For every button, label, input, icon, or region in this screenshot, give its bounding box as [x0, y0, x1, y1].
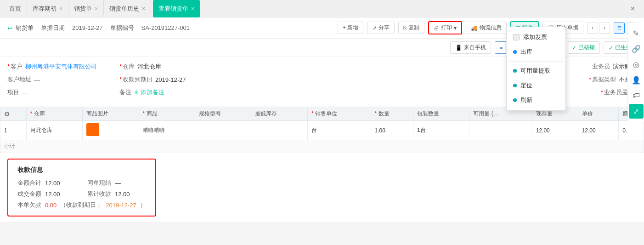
- amount-total-row: 金额合计 12.00: [17, 179, 76, 187]
- ticket-type-label: 票据类型: [589, 75, 616, 84]
- cumulative-received-row: 累计收款 12.00: [87, 190, 146, 198]
- th-unit-price: 单价: [578, 107, 619, 121]
- warehouse-value: 河北仓库: [137, 63, 161, 71]
- available-qty-dot: [513, 69, 517, 73]
- td-available: [469, 121, 532, 140]
- effective-check-icon: ✓: [609, 45, 613, 51]
- tab-inventory-init[interactable]: 库存期初 ×: [27, 0, 68, 17]
- add-note-button[interactable]: ⊕ 添加备注: [134, 88, 164, 97]
- no-value: SA-20191227-001: [141, 24, 190, 31]
- tab-check-sales[interactable]: 查看销货单 ×: [153, 0, 200, 17]
- warehouse-field: 仓库 河北仓库: [119, 63, 220, 71]
- locate-dot: [513, 84, 517, 87]
- transaction-amount-row: 成交金额 12.00: [17, 190, 76, 198]
- td-amount: 0.: [619, 121, 644, 140]
- payment-date-label: 收款到期日: [119, 75, 153, 84]
- td-quantity: 1.00: [371, 121, 413, 140]
- balance-due-row: 本单欠款 0.00 （收款到期日： 2019-12-27 ）: [17, 201, 146, 209]
- dropdown-available-qty[interactable]: 可用量提取: [507, 63, 565, 78]
- payment-title: 收款信息: [17, 166, 146, 174]
- same-order-row: 同单现结 —: [87, 179, 146, 187]
- from-phone-button[interactable]: 📱 来自手机: [450, 41, 491, 54]
- th-warehouse: * 仓库: [26, 107, 82, 121]
- doc-meta: 单据日期 2019-12-27 单据编号 SA-20191227-001: [41, 24, 190, 32]
- customer-value[interactable]: 柳州粤港平安气体有限公司: [25, 63, 97, 71]
- td-row-num: 1: [0, 121, 27, 140]
- table-row: 1 河北仓库 嘻嘻嘻嘻 台 1.00 1台 12.00 12.00 0.: [0, 121, 644, 140]
- subtotal-row: 小计: [0, 140, 644, 153]
- dropdown-refresh[interactable]: 刷新: [507, 93, 565, 108]
- payment-grid: 金额合计 12.00 同单现结 — 成交金额 12.00 累计收款 12.00 …: [17, 179, 146, 209]
- product-table: ⚙ * 仓库 商品图片 * 商品 规格型号 最低库存 * 销售单位 * 数量 包…: [0, 107, 644, 153]
- new-button[interactable]: + 新增: [338, 22, 363, 34]
- balance-due-note-end: ）: [140, 201, 146, 209]
- tab-sales-order[interactable]: 销货单 ×: [68, 0, 104, 17]
- th-product-img: 商品图片: [83, 107, 139, 121]
- dropdown-add-invoice[interactable]: 添加发票: [507, 30, 565, 45]
- next-arrow[interactable]: ›: [599, 23, 610, 34]
- doc-title-area: ↩ 销货单: [7, 24, 34, 32]
- td-sales-unit: 台: [307, 121, 371, 140]
- copy-icon: ⎘: [403, 25, 407, 31]
- payment-date-value: 2019-12-27: [155, 76, 186, 83]
- td-product: 嘻嘻嘻嘻: [139, 121, 195, 140]
- same-order-value: —: [115, 180, 121, 187]
- td-warehouse: 河北仓库: [26, 121, 82, 140]
- already-cancelled-button[interactable]: ✓ 已核销: [567, 41, 600, 54]
- logistics-button[interactable]: 🚚 物流信息: [466, 22, 507, 34]
- cancelled-check-icon: ✓: [572, 45, 576, 51]
- amount-total-value: 12.00: [45, 180, 60, 187]
- copy-button[interactable]: ⎘ 复制: [398, 22, 424, 34]
- warehouse-label: 仓库: [119, 63, 135, 71]
- share-button[interactable]: ↗ 分享: [367, 22, 395, 34]
- print-button[interactable]: 🖨 打印 ▾: [428, 21, 462, 34]
- nav-arrows: ‹ ›: [587, 23, 610, 34]
- doc-icon: ↩: [7, 24, 13, 32]
- product-image: [86, 123, 99, 136]
- tab-check-sales-close[interactable]: ×: [191, 6, 194, 12]
- list-view-btn[interactable]: ☰: [614, 23, 625, 34]
- invoice-icon: [513, 34, 520, 40]
- gear-icon[interactable]: ⚙: [4, 110, 10, 118]
- tab-inventory-init-close[interactable]: ×: [59, 6, 62, 12]
- sidebar-circle-icon[interactable]: ◎: [629, 57, 644, 72]
- ticket-icon: ●: [500, 45, 503, 51]
- th-pack-qty: 包装数量: [413, 107, 469, 121]
- prev-arrow[interactable]: ‹: [587, 23, 598, 34]
- tab-sales-history-close[interactable]: ×: [142, 6, 145, 12]
- sidebar-link-icon[interactable]: 🔗: [629, 41, 644, 56]
- tab-home[interactable]: 首页: [4, 0, 27, 17]
- sales-staff-label: 业务员孟: [601, 88, 628, 97]
- customer-label: 客户: [7, 63, 23, 71]
- th-min-stock: 最低库存: [251, 107, 307, 121]
- th-quantity: * 数量: [371, 107, 413, 121]
- tab-sales-order-close[interactable]: ×: [95, 6, 98, 12]
- date-label: 单据日期: [41, 24, 65, 32]
- subtotal-label: 小计: [0, 140, 644, 153]
- project-field: 项目 —: [7, 88, 108, 97]
- dropdown-outbound[interactable]: 出库: [507, 45, 565, 59]
- project-label: 项目: [7, 88, 19, 97]
- cumulative-received-value: 12.00: [115, 191, 130, 198]
- tab-sales-history[interactable]: 销货单历史 ×: [104, 0, 151, 17]
- product-table-wrapper: ⚙ * 仓库 商品图片 * 商品 规格型号 最低库存 * 销售单位 * 数量 包…: [0, 107, 644, 153]
- global-close-button[interactable]: ×: [625, 5, 640, 13]
- td-min-stock: [251, 121, 307, 140]
- sidebar-tag-icon[interactable]: 🏷: [629, 88, 644, 103]
- amount-total-label: 金额合计: [17, 179, 41, 187]
- sidebar-edit-icon[interactable]: ✎: [629, 26, 644, 40]
- outbound-dot: [513, 50, 517, 54]
- sidebar-user-icon[interactable]: 👤: [629, 73, 644, 87]
- note-field: 备注 ⊕ 添加备注: [119, 88, 220, 97]
- td-product-img: [83, 121, 139, 140]
- transaction-amount-value: 12.00: [45, 191, 60, 198]
- note-label: 备注: [119, 88, 131, 97]
- date-value: 2019-12-27: [72, 24, 103, 31]
- print-dropdown-arrow: ▾: [454, 25, 457, 31]
- address-label: 客户地址: [7, 75, 31, 84]
- phone-icon: 📱: [455, 45, 462, 51]
- sidebar-expand-icon[interactable]: ⤢: [629, 104, 644, 119]
- dropdown-locate[interactable]: 定位: [507, 78, 565, 93]
- td-spec: [195, 121, 251, 140]
- payment-info-box: 收款信息 金额合计 12.00 同单现结 — 成交金额 12.00 累计收款 1…: [7, 159, 156, 217]
